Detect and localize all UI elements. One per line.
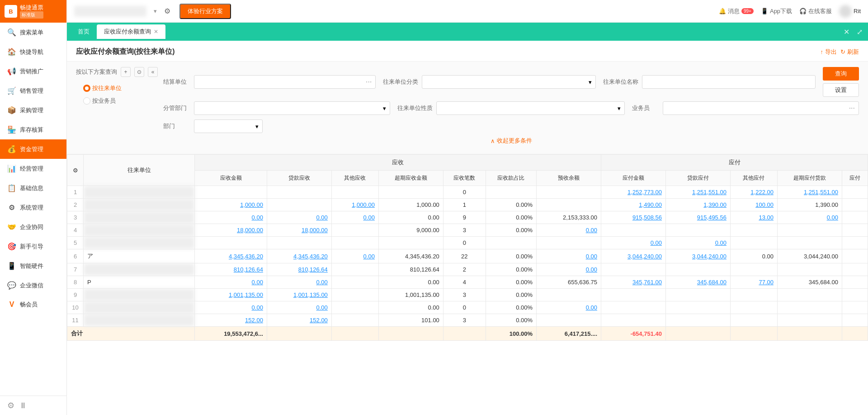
refresh-button[interactable]: ↻ 刷新 (840, 48, 859, 56)
ap-amount[interactable]: 345,761.00 (601, 276, 666, 289)
partner-nature-select[interactable]: ▾ (436, 101, 624, 115)
user-profile[interactable]: Rit (839, 5, 861, 18)
chevron-down-icon: ▾ (589, 79, 592, 86)
ar-amount[interactable]: 1,001,135.00 (195, 289, 267, 301)
ap-amount-header: 应付金额 (601, 171, 666, 186)
row-num: 10 (67, 301, 84, 314)
sidebar-item-operation[interactable]: 📊 经营管理 (0, 159, 66, 178)
sidebar-item-hardware[interactable]: 📱 智能硬件 (0, 256, 66, 276)
operation-icon: 📊 (7, 164, 16, 173)
collapse-scheme-button[interactable]: « (148, 67, 158, 77)
settlement-unit-input[interactable]: ··· (194, 75, 376, 89)
ap-amount[interactable]: 1,252,773.00 (601, 186, 666, 199)
ap-loan[interactable]: 1,251,551.00 (665, 186, 730, 199)
ar-loan[interactable]: 152.00 (267, 314, 331, 327)
ap-other[interactable]: 77.00 (730, 276, 777, 289)
export-button[interactable]: ↑ 导出 (821, 48, 837, 56)
ar-other[interactable]: 0.00 (331, 211, 378, 224)
ar-prepay[interactable]: 0.00 (537, 249, 601, 263)
salesman-input[interactable]: ··· (663, 101, 859, 115)
query-button[interactable]: 查询 (823, 67, 859, 81)
customer-service-button[interactable]: 🎧 在线客服 (799, 7, 832, 15)
ar-prepay[interactable]: 0.00 (537, 263, 601, 276)
ar-loan[interactable]: 4,345,436.20 (267, 249, 331, 263)
inventory-icon: 🏪 (7, 125, 16, 134)
ar-other[interactable]: 1,000.00 (331, 199, 378, 211)
partner-name-input[interactable] (642, 75, 816, 89)
ap-overdue[interactable]: 0.00 (777, 211, 842, 224)
ar-amount[interactable]: 0.00 (195, 301, 267, 314)
tab-maximize-icon[interactable]: ⤢ (855, 26, 864, 38)
scheme-by-partner[interactable]: 按往来单位 (80, 82, 158, 94)
ap-overdue[interactable]: 1,251,551.00 (777, 186, 842, 199)
marketing-icon: 📢 (7, 67, 16, 76)
ap-other[interactable]: 1,222.00 (730, 186, 777, 199)
sidebar-item-quick-nav[interactable]: 🏠 快捷导航 (0, 42, 66, 62)
app-download-button[interactable]: 📱 App下载 (761, 7, 792, 15)
sidebar-item-purchase[interactable]: 📦 采购管理 (0, 100, 66, 120)
tab-close-all-icon[interactable]: ✕ (842, 26, 851, 38)
row-num: 8 (67, 276, 84, 289)
promo-button[interactable]: 体验行业方案 (179, 4, 231, 19)
ap-amount[interactable]: 1,490.00 (601, 199, 666, 211)
settlement-unit-dots[interactable]: ··· (366, 78, 372, 86)
sidebar-item-wechat[interactable]: 💬 企业微信 (0, 276, 66, 295)
ar-amount[interactable]: 0.00 (195, 276, 267, 289)
ar-amount[interactable]: 18,000.00 (195, 224, 267, 237)
ap-loan[interactable]: 3,044,240.00 (665, 249, 730, 263)
ap-amount[interactable]: 3,044,240.00 (601, 249, 666, 263)
setting-button[interactable]: 设置 (823, 83, 859, 97)
table-settings-icon[interactable]: ⚙ (67, 155, 84, 186)
department-select[interactable]: ▾ (194, 101, 390, 115)
gear-icon[interactable]: ⚙ (164, 7, 170, 15)
settings-scheme-button[interactable]: ⊙ (134, 67, 144, 77)
ar-amount[interactable]: 4,345,436.20 (195, 249, 267, 263)
scheme-by-staff[interactable]: 按业务员 (80, 95, 158, 107)
ar-other[interactable]: 0.00 (331, 249, 378, 263)
sidebar-item-inventory[interactable]: 🏪 库存核算 (0, 120, 66, 139)
settings-bottom-icon[interactable]: ⚙ (7, 401, 14, 410)
collapse-icon[interactable]: ⏸ (19, 401, 27, 410)
filter-row-2: 分管部门 ▾ 往来单位性质 (163, 101, 859, 115)
sidebar-item-search[interactable]: 🔍 搜索菜单 (0, 23, 66, 42)
sidebar-item-enterprise[interactable]: 🤝 企业协同 (0, 217, 66, 237)
add-scheme-button[interactable]: + (121, 67, 131, 77)
sidebar-item-basic[interactable]: 📋 基础信息 (0, 178, 66, 198)
ar-loan[interactable]: 0.00 (267, 276, 331, 289)
ap-other[interactable]: 13.00 (730, 211, 777, 224)
tab-ar-ap[interactable]: 应收应付余额查询 ✕ (97, 24, 165, 39)
ar-loan[interactable]: 0.00 (267, 211, 331, 224)
ap-loan[interactable]: 345,684.00 (665, 276, 730, 289)
content-inner: 应收应付余额查询(按往来单位) ↑ 导出 ↻ 刷新 (67, 41, 868, 415)
sidebar-item-sales[interactable]: 🛒 销售管理 (0, 81, 66, 100)
tab-home[interactable]: 首页 (71, 24, 97, 39)
ar-loan[interactable]: 18,000.00 (267, 224, 331, 237)
ar-amount[interactable]: 810,126.64 (195, 263, 267, 276)
ar-prepay[interactable]: 0.00 (537, 224, 601, 237)
ap-amount[interactable]: 0.00 (601, 237, 666, 249)
tab-close-icon[interactable]: ✕ (154, 29, 158, 35)
ar-prepay[interactable]: 0.00 (537, 301, 601, 314)
ap-other[interactable]: 100.00 (730, 199, 777, 211)
collapse-filters-button[interactable]: ∧ 收起更多条件 (163, 133, 859, 148)
sidebar-item-marketing[interactable]: 📢 营销推广 (0, 62, 66, 81)
sidebar-item-finance[interactable]: 💰 资金管理 (0, 139, 66, 159)
ar-loan[interactable]: 1,001,135.00 (267, 289, 331, 301)
ar-amount[interactable]: 0.00 (195, 211, 267, 224)
ap-amount[interactable]: 915,508.56 (601, 211, 666, 224)
ap-loan[interactable]: 0.00 (665, 237, 730, 249)
ar-amount[interactable]: 152.00 (195, 314, 267, 327)
ap-loan[interactable]: 915,495.56 (665, 211, 730, 224)
partner-category-select[interactable]: ▾ (422, 75, 595, 89)
salesman-dots[interactable]: ··· (849, 104, 855, 112)
dept-select[interactable]: ▾ (194, 119, 263, 133)
sidebar-item-system[interactable]: ⚙ 系统管理 (0, 198, 66, 217)
ar-loan[interactable]: 0.00 (267, 301, 331, 314)
ar-overdue: 1,001,135.00 (378, 289, 443, 301)
ap-loan[interactable]: 1,390.00 (665, 199, 730, 211)
ar-amount[interactable]: 1,000.00 (195, 199, 267, 211)
sidebar-item-guide[interactable]: 🎯 新手引导 (0, 237, 66, 256)
ar-loan[interactable]: 810,126.64 (267, 263, 331, 276)
notifications-button[interactable]: 🔔 消息 99+ (719, 7, 754, 15)
sidebar-item-member[interactable]: V 畅会员 (0, 295, 66, 314)
